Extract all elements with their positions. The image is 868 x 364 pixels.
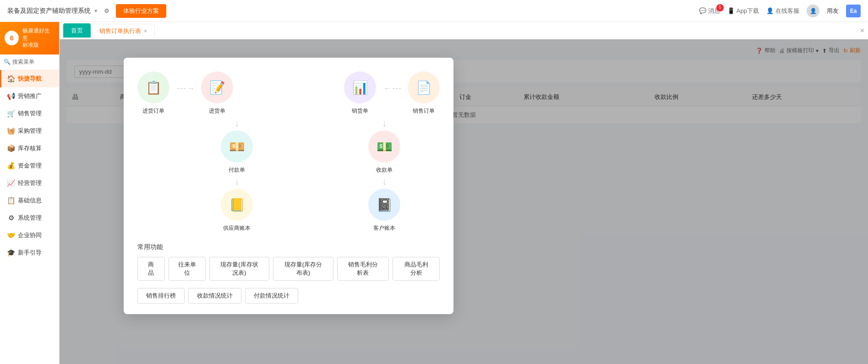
- service-icon: 👤: [766, 7, 774, 14]
- sidebar-item-basic[interactable]: 📋基础信息: [0, 192, 59, 209]
- message-btn[interactable]: 💬 消息 5: [699, 7, 720, 15]
- tab-bar: 首页 销售订单执行表 × ×: [60, 22, 868, 39]
- tab-home[interactable]: 首页: [63, 23, 91, 38]
- receipt-label: 收款单: [376, 166, 393, 174]
- dropdown-icon[interactable]: ▾: [94, 7, 98, 14]
- user-avatar: 👤: [807, 5, 819, 17]
- supplier-label: 供应商账本: [223, 224, 251, 232]
- top-bar-right: 💬 消息 5 📱 App下载 👤 在线客服 👤 用友 Ea: [699, 5, 861, 17]
- home-tab-label: 首页: [71, 27, 83, 35]
- quick-btn-0-5[interactable]: 商品毛利分析: [393, 257, 440, 281]
- tab-bar-close-btn[interactable]: ×: [860, 27, 864, 35]
- flow-node-customer[interactable]: 📓 客户账本: [368, 189, 400, 232]
- nav-label-newbie: 新手引导: [18, 249, 42, 257]
- quick-btn-1-1[interactable]: 收款情况统计: [188, 288, 241, 304]
- flow-node-purchase-order[interactable]: 📋 进货订单: [137, 71, 169, 115]
- ea-badge: Ea: [846, 5, 861, 17]
- tab-sales-order[interactable]: 销售订单执行表 ×: [92, 24, 155, 38]
- customer-icon: 📓: [368, 189, 400, 221]
- logo-icon: 6: [5, 31, 19, 45]
- sidebar-item-purchase[interactable]: 🧺采购管理: [0, 122, 59, 140]
- quick-btn-0-3[interactable]: 现存量(库存分布表): [273, 257, 333, 281]
- modal-overlay[interactable]: 📋 进货订单 - - - → 📝 进货单: [60, 39, 868, 364]
- quick-buttons-container: 商品往来单位现存量(库存状况表)现存量(库存分布表)销售毛利分析表商品毛利分析销…: [137, 257, 440, 307]
- page-content: ❓ 帮助 🖨 按模板打印 ▾ ⬆ 导出 ↻ 刷新: [60, 39, 868, 364]
- main-area: 6 畅康通好生意 标准版 🔍 搜索菜单 🏠快捷导航📢营销推广🛒销售管理🧺采购管理…: [0, 22, 868, 364]
- sidebar-item-finance[interactable]: 💰资金管理: [0, 157, 59, 174]
- experience-button[interactable]: 体验行业方案: [116, 4, 166, 18]
- payment-col: ↓ 💴 付款单 ↓ 📒 供应商账本: [221, 119, 253, 232]
- nav-icon-sales: 🛒: [7, 109, 15, 118]
- nav-icon-purchase: 🧺: [7, 127, 15, 135]
- nav-icon-newbie: 🎓: [7, 249, 15, 257]
- nav-icon-basic: 📋: [7, 196, 15, 205]
- quick-btn-1-0[interactable]: 销售排行榜: [137, 288, 185, 304]
- flow-node-sales-order[interactable]: 📄 销售订单: [408, 71, 440, 115]
- quick-btn-1-2[interactable]: 付款情况统计: [245, 288, 298, 304]
- purchase-bill-label: 进货单: [209, 107, 225, 115]
- sidebar-item-collab[interactable]: 🤝企业协同: [0, 227, 59, 244]
- nav-label-sales: 销售管理: [18, 109, 42, 118]
- supplier-icon: 📒: [221, 189, 253, 221]
- sales-bill-icon: 📊: [344, 71, 376, 103]
- sidebar: 6 畅康通好生意 标准版 🔍 搜索菜单 🏠快捷导航📢营销推广🛒销售管理🧺采购管理…: [0, 22, 60, 364]
- download-icon: 📱: [727, 7, 735, 14]
- flow-node-receipt[interactable]: 💵 收款单: [368, 130, 400, 174]
- arrow-down-payment: ↓: [235, 119, 239, 128]
- flow-node-purchase-bill[interactable]: 📝 进货单: [201, 71, 233, 115]
- sales-bill-label: 销货单: [352, 107, 368, 115]
- message-badge: 5: [716, 4, 724, 11]
- receipt-icon: 💵: [368, 130, 400, 163]
- sales-order-icon: 📄: [408, 71, 440, 103]
- arrow-down-supplier: ↓: [235, 177, 239, 186]
- arrow-so-sb: ← - - -: [383, 84, 400, 93]
- quick-btn-row-1: 销售排行榜收款情况统计付款情况统计: [137, 288, 298, 304]
- nav-icon-system: ⚙: [7, 214, 15, 222]
- payment-icon: 💴: [221, 130, 253, 163]
- nav-label-marketing: 营销推广: [18, 92, 42, 100]
- purchase-order-icon: 📋: [137, 71, 169, 103]
- nav-label-purchase: 采购管理: [18, 127, 42, 135]
- online-service-btn[interactable]: 👤 在线客服: [766, 7, 799, 15]
- flow-node-sales-bill[interactable]: 📊 销货单: [344, 71, 376, 115]
- app-download-btn[interactable]: 📱 App下载: [727, 7, 759, 15]
- sidebar-item-system[interactable]: ⚙系统管理: [0, 209, 59, 227]
- tab-close-btn[interactable]: ×: [144, 28, 147, 34]
- online-service-label: 在线客服: [775, 7, 799, 15]
- sidebar-item-sales[interactable]: 🛒销售管理: [0, 105, 59, 122]
- sidebar-item-marketing[interactable]: 📢营销推广: [0, 87, 59, 105]
- app-container: 装备及固定资产辅助管理系统 ▾ ⚙ 体验行业方案 💬 消息 5 📱 App下载 …: [0, 0, 868, 364]
- sidebar-nav: 🏠快捷导航📢营销推广🛒销售管理🧺采购管理📦库存核算💰资金管理📈经营管理📋基础信息…: [0, 70, 59, 261]
- nav-label-inventory: 库存核算: [18, 144, 42, 152]
- sidebar-logo: 6 畅康通好生意 标准版: [0, 22, 59, 54]
- avatar-icon: 👤: [810, 8, 817, 14]
- arrow-down-receipt: ↓: [382, 119, 387, 128]
- flow-row-2: ↓ 💴 付款单 ↓ 📒 供应商账本: [137, 119, 440, 232]
- system-title: 装备及固定资产辅助管理系统: [7, 7, 91, 15]
- sidebar-item-newbie[interactable]: 🎓新手引导: [0, 244, 59, 261]
- nav-icon-home: 🏠: [7, 75, 15, 83]
- arrow-down-customer: ↓: [382, 177, 387, 186]
- sales-order-tab-label: 销售订单执行表: [99, 27, 141, 35]
- quick-btn-0-0[interactable]: 商品: [137, 257, 165, 281]
- nav-label-basic: 基础信息: [18, 196, 42, 205]
- logo-text: 畅康通好生意 标准版: [22, 27, 55, 49]
- sidebar-item-home[interactable]: 🏠快捷导航: [0, 70, 59, 87]
- top-bar: 装备及固定资产辅助管理系统 ▾ ⚙ 体验行业方案 💬 消息 5 📱 App下载 …: [0, 0, 868, 22]
- nav-label-finance: 资金管理: [18, 162, 42, 170]
- quick-btn-0-4[interactable]: 销售毛利分析表: [337, 257, 389, 281]
- modal-box: 📋 进货订单 - - - → 📝 进货单: [124, 58, 453, 314]
- purchase-bill-icon: 📝: [201, 71, 233, 103]
- sidebar-search[interactable]: 🔍 搜索菜单: [0, 54, 59, 70]
- flow-node-payment[interactable]: 💴 付款单: [221, 130, 253, 174]
- top-bar-left: 装备及固定资产辅助管理系统 ▾ ⚙ 体验行业方案: [7, 4, 693, 18]
- sidebar-item-inventory[interactable]: 📦库存核算: [0, 140, 59, 157]
- quick-title: 常用功能: [137, 243, 440, 251]
- settings-btn[interactable]: ⚙: [101, 5, 112, 16]
- receipt-col: ↓ 💵 收款单 ↓ 📓 客户账本: [368, 119, 400, 232]
- nav-icon-marketing: 📢: [7, 92, 15, 100]
- quick-btn-0-1[interactable]: 往来单位: [169, 257, 206, 281]
- flow-node-supplier[interactable]: 📒 供应商账本: [221, 189, 253, 232]
- sidebar-item-operations[interactable]: 📈经营管理: [0, 174, 59, 192]
- quick-btn-0-2[interactable]: 现存量(库存状况表): [209, 257, 270, 281]
